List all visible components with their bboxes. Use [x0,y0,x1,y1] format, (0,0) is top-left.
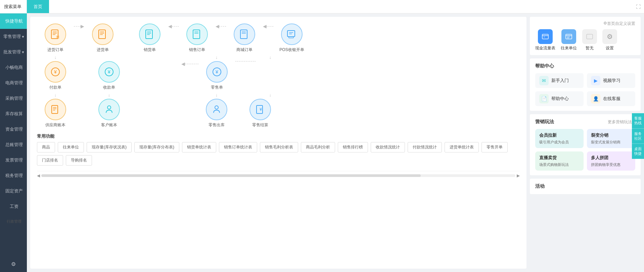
floating-buttons: 客服热线 服务社区 桌面快捷 [632,113,644,159]
sales-bill-icon [139,24,160,45]
flow-node-purchase-bill[interactable]: 进货单 [84,24,121,53]
retail-outbound-icon [206,99,227,120]
search-menu[interactable]: 搜索菜单 [0,0,27,13]
func-btn-payment-stats[interactable]: 付款情况统计 [408,142,442,152]
func-btn-store-ranking[interactable]: 门店排名 [37,155,63,166]
svg-rect-8 [146,30,152,39]
func-btn-purchase-stats[interactable]: 进货单统计表 [445,142,479,152]
flow-node-purchase-order[interactable]: 进货订单 [37,24,74,53]
sidebar-item-general-ledger[interactable]: 总账管理 [0,137,27,152]
func-btn-sales-ranking[interactable]: 销售排行榜 [338,142,368,152]
float-btn-desktop[interactable]: 桌面快捷 [632,144,644,159]
sidebar-item-more[interactable]: 行政管理 [0,214,27,229]
shortcut-settings[interactable]: ⚙ 设置 [602,29,617,51]
shortcut-none[interactable]: 暂无 [582,29,597,51]
sidebar-item-tax-mgmt[interactable]: 税务管理 [0,168,27,183]
member-desc: 吸引用户成为会员 [539,140,580,145]
contacts-label: 往来单位 [561,45,577,51]
func-btn-goods[interactable]: 商品 [37,142,55,152]
sidebar-item-inventory[interactable]: 库存核算 [0,106,27,122]
common-functions: 常用功能 商品 往来单位 现存量(库存状况表) 现存量(库存分布表) 销货单统计… [37,133,520,166]
flow-node-payment[interactable]: ¥ 付款单 [37,61,74,90]
settings-label: 设置 [606,45,614,51]
flow-node-supplier-account[interactable]: 供应商账本 [37,99,74,128]
float-btn-customer-service[interactable]: 客服热线 [632,113,644,129]
supplier-account-icon [45,99,66,120]
purchase-bill-icon [92,24,113,45]
sidebar-item-ecom-mgmt[interactable]: 电商管理 [0,75,27,91]
svg-rect-39 [566,34,572,39]
func-btn-goods-profit[interactable]: 商品毛利分析 [301,142,335,152]
shortcut-contacts[interactable]: 往来单位 [561,29,577,51]
sidebar-item-xiaochang[interactable]: 小畅电商 [0,60,27,75]
flow-node-receipt[interactable]: ¥ 收款单 [91,61,128,90]
func-btn-contacts[interactable]: 往来单位 [58,142,84,152]
func-btn-inventory-status[interactable]: 现存量(库存状况表) [87,142,132,152]
marketing-item-split[interactable]: 裂变分销 裂变式发展分销商 [587,129,635,148]
sidebar-settings-icon[interactable]: ⚙ [0,256,27,272]
marketing-item-group[interactable]: 多人拼团 拼团购物享受优惠 [587,151,635,171]
svg-text:¥: ¥ [259,107,262,112]
gear-icon: ⚙ [603,21,607,27]
flow-node-retail-outbound[interactable]: 零售出库 [198,99,235,128]
svg-text:¥: ¥ [54,69,57,75]
flow-node-mall-order[interactable]: 商城订单 [226,24,263,53]
flow-node-customer-account[interactable]: 客户账本 [91,99,128,128]
marketing-item-live[interactable]: 直播卖货 场景式购物新玩法 [535,151,584,171]
sidebar-item-quick-nav[interactable]: 快捷导航 [0,13,27,29]
help-doc-label: 帮助中心 [551,96,569,102]
flow-panel: 进货订单 ▶ 进货单 [30,17,526,269]
scroll-left-arrow[interactable]: ◀ [37,173,40,178]
member-title: 会员拉新 [539,132,580,138]
main-layout: 快捷导航 零售管理 ▼ 批发管理 ▼ 小畅电商 电商管理 采购管理 库存核算 资… [0,13,644,272]
sidebar-item-wholesale-mgmt[interactable]: 批发管理 ▼ [0,44,27,60]
flow-node-sales-bill[interactable]: 销货单 [131,24,168,53]
sidebar-item-retail-mgmt[interactable]: 零售管理 ▼ [0,29,27,44]
sidebar-item-purchase-mgmt[interactable]: 采购管理 [0,91,27,106]
marketing-more[interactable]: 更多营销玩法 > [608,119,635,125]
func-btn-inventory-dist[interactable]: 现存量(库存分布表) [134,142,179,152]
flow-node-retail-order[interactable]: ¥ 零售单 [198,61,235,90]
func-btn-sales-order-stats[interactable]: 销售订单统计表 [219,142,257,152]
content-area: 进货订单 ▶ 进货单 [27,13,644,272]
purchase-order-icon [45,24,66,45]
beginner-label: 新手入门 [551,78,569,84]
help-item-service[interactable]: 👤 在线客服 [587,91,635,106]
help-item-help[interactable]: 📄 帮助中心 [535,91,584,106]
func-btn-retail-order[interactable]: 零售开单 [481,142,508,152]
scrollbar-area: ◀ ▶ [37,171,520,178]
func-btn-sales-stats[interactable]: 销货单统计表 [182,142,216,152]
shortcut-cash-flow[interactable]: 现金流量表 [535,29,555,51]
help-item-beginner[interactable]: ✉ 新手入门 [535,73,584,88]
marketing-section: 营销玩法 更多营销玩法 > 会员拉新 吸引用户成为会员 裂变分销 裂变式发展分销… [530,114,641,175]
func-btn-guide-ranking[interactable]: 导购排名 [66,155,92,166]
none-icon [582,29,597,44]
receipt-icon: ¥ [98,61,120,83]
scroll-right-arrow[interactable]: ▶ [517,173,520,178]
sidebar-item-finance[interactable]: 资金管理 [0,122,27,137]
flow-node-pos[interactable]: POS收银开单 [273,24,310,53]
service-icon: 👤 [591,94,600,103]
func-btn-sales-profit[interactable]: 销售毛利分析表 [260,142,298,152]
mall-order-icon [234,24,255,45]
help-doc-icon: 📄 [539,94,549,103]
svg-point-33 [215,106,218,109]
sales-order-icon [186,24,208,45]
live-desc: 场景式购物新玩法 [539,162,580,167]
flow-node-retail-settlement[interactable]: ¥ 零售结算 [242,99,279,128]
scroll-thumb [41,174,421,177]
func-btn-receipt-stats[interactable]: 收款情况统计 [371,142,405,152]
quick-nav-panel: 进货订单 ▶ 进货单 [27,13,644,272]
marketing-item-member[interactable]: 会员拉新 吸引用户成为会员 [535,129,584,148]
contacts-icon [561,29,576,44]
float-btn-community[interactable]: 服务社区 [632,129,644,144]
shortcuts-header[interactable]: ⚙ 首页自定义设置 [535,21,635,27]
sidebar-item-salary[interactable]: 工资 [0,199,27,214]
flow-node-sales-order[interactable]: 销售订单 [179,24,216,53]
expand-icon[interactable]: ⛶ [636,4,641,9]
sidebar-item-fixed-assets[interactable]: 固定资产 [0,183,27,199]
func-buttons: 商品 往来单位 现存量(库存状况表) 现存量(库存分布表) 销货单统计表 销售订… [37,142,520,166]
tab-home[interactable]: 首页 [27,0,49,13]
sidebar-item-invoice-mgmt[interactable]: 发票管理 [0,152,27,168]
help-item-video[interactable]: ▶ 视频学习 [587,73,635,88]
